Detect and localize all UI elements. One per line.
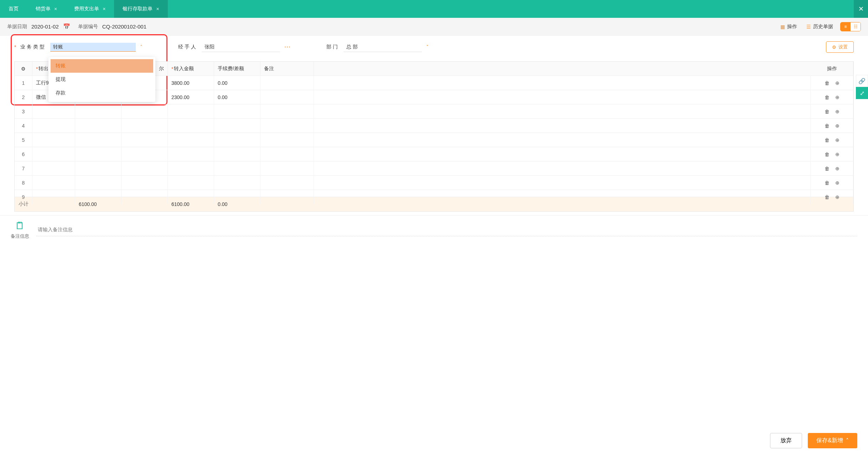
- cell-out-amt[interactable]: [75, 176, 122, 190]
- add-icon[interactable]: ⊕: [835, 123, 839, 129]
- cell-fee[interactable]: [214, 119, 260, 133]
- remarks-input[interactable]: [36, 223, 857, 236]
- table-row[interactable]: 6🗑⊕: [15, 147, 853, 161]
- cell-out-amt[interactable]: [75, 161, 122, 176]
- cell-in-amt[interactable]: [168, 133, 214, 147]
- biz-option-deposit[interactable]: 存款: [51, 86, 153, 100]
- cell-fee[interactable]: [214, 147, 260, 161]
- gear-column[interactable]: ⚙: [15, 62, 32, 76]
- delete-icon[interactable]: 🗑: [825, 123, 830, 129]
- add-icon[interactable]: ⊕: [835, 109, 839, 114]
- cell-in-acct[interactable]: [122, 104, 168, 119]
- tabs-close-all[interactable]: ✕: [854, 0, 868, 18]
- tab-bank[interactable]: 银行存取款单 ×: [114, 0, 167, 18]
- dept-value[interactable]: 总 部: [343, 42, 422, 52]
- cell-remark[interactable]: [260, 76, 314, 90]
- cell-out-acct[interactable]: [32, 147, 75, 161]
- cell-in-acct[interactable]: [122, 133, 168, 147]
- close-icon[interactable]: ×: [54, 6, 57, 12]
- biz-dropdown: 转账 提现 存款: [48, 57, 155, 102]
- delete-icon[interactable]: 🗑: [825, 137, 830, 143]
- cell-out-amt[interactable]: [75, 104, 122, 119]
- cell-out-acct[interactable]: [32, 176, 75, 190]
- cell-in-amt[interactable]: [168, 147, 214, 161]
- chevron-down-icon[interactable]: ˅: [426, 44, 429, 50]
- calendar-icon[interactable]: 📅: [63, 23, 70, 30]
- cell-in-acct[interactable]: [122, 176, 168, 190]
- cell-out-amt[interactable]: [75, 147, 122, 161]
- cell-fee[interactable]: [214, 133, 260, 147]
- biz-input[interactable]: [50, 43, 136, 52]
- row-index: 8: [15, 176, 32, 190]
- close-icon[interactable]: ×: [156, 6, 159, 12]
- delete-icon[interactable]: 🗑: [825, 109, 830, 114]
- delete-icon[interactable]: 🗑: [825, 151, 830, 157]
- cell-in-amt[interactable]: 2300.00: [168, 90, 214, 104]
- cell-fee[interactable]: 0.00: [214, 76, 260, 90]
- cell-out-acct[interactable]: [32, 119, 75, 133]
- cell-in-acct[interactable]: [122, 161, 168, 176]
- cell-remark[interactable]: [260, 176, 314, 190]
- table-row[interactable]: 5🗑⊕: [15, 133, 853, 147]
- cell-in-amt[interactable]: [168, 119, 214, 133]
- date-value[interactable]: 2020-01-02: [31, 24, 59, 30]
- cell-in-amt[interactable]: [168, 161, 214, 176]
- settings-button[interactable]: ⚙ 设置: [826, 41, 854, 53]
- add-icon[interactable]: ⊕: [835, 166, 839, 171]
- delete-icon[interactable]: 🗑: [825, 80, 830, 86]
- cell-out-acct[interactable]: [32, 161, 75, 176]
- delete-icon[interactable]: 🗑: [825, 94, 830, 100]
- cell-fee[interactable]: [214, 176, 260, 190]
- add-icon[interactable]: ⊕: [835, 137, 839, 143]
- view-toggle-card[interactable]: ☷: [851, 22, 861, 31]
- expand-icon[interactable]: ⤢: [856, 87, 868, 99]
- add-icon[interactable]: ⊕: [835, 94, 839, 100]
- delete-icon[interactable]: 🗑: [825, 166, 830, 171]
- cell-remark[interactable]: [260, 147, 314, 161]
- cell-in-acct[interactable]: [122, 147, 168, 161]
- cell-remark[interactable]: [260, 119, 314, 133]
- cell-fee[interactable]: [214, 161, 260, 176]
- cell-out-acct[interactable]: [32, 104, 75, 119]
- docno-value: CQ-20200102-001: [102, 24, 146, 30]
- cell-in-acct[interactable]: [122, 119, 168, 133]
- add-icon[interactable]: ⊕: [835, 180, 839, 186]
- col-remark: 备注: [260, 62, 314, 76]
- cell-out-acct[interactable]: [32, 133, 75, 147]
- cell-in-amt[interactable]: 3800.00: [168, 76, 214, 90]
- chevron-up-icon[interactable]: ˄: [140, 44, 143, 50]
- tab-sales[interactable]: 销货单 ×: [27, 0, 66, 18]
- close-icon[interactable]: ×: [103, 6, 105, 12]
- subtotal-in-amt: 6100.00: [168, 197, 214, 211]
- table-row[interactable]: 7🗑⊕: [15, 161, 853, 176]
- history-menu[interactable]: ☰ 历史单据: [806, 24, 833, 30]
- cell-in-amt[interactable]: [168, 104, 214, 119]
- table-row[interactable]: 3🗑⊕: [15, 104, 853, 119]
- add-icon[interactable]: ⊕: [835, 151, 839, 157]
- cell-out-amt[interactable]: [75, 133, 122, 147]
- table-row[interactable]: 8🗑⊕: [15, 176, 853, 190]
- table-row[interactable]: 9🗑⊕: [15, 190, 853, 197]
- tab-expense[interactable]: 费用支出单 ×: [66, 0, 114, 18]
- notepad-icon: 🗒: [11, 220, 29, 232]
- cell-fee[interactable]: [214, 104, 260, 119]
- view-toggle-list[interactable]: ≡: [841, 22, 851, 31]
- cell-fee[interactable]: 0.00: [214, 90, 260, 104]
- biz-option-transfer[interactable]: 转账: [51, 59, 153, 73]
- add-icon[interactable]: ⊕: [835, 80, 839, 86]
- cell-remark[interactable]: [260, 104, 314, 119]
- cell-out-amt[interactable]: [75, 119, 122, 133]
- cell-remark[interactable]: [260, 90, 314, 104]
- cell-in-amt[interactable]: [168, 176, 214, 190]
- cell-remark[interactable]: [260, 133, 314, 147]
- biz-option-withdraw[interactable]: 提现: [51, 73, 153, 86]
- remarks-section: 🗒 备注信息: [0, 215, 868, 244]
- delete-icon[interactable]: 🗑: [825, 180, 830, 186]
- link-icon[interactable]: 🔗: [856, 75, 868, 87]
- ellipsis-icon[interactable]: ···: [284, 44, 291, 50]
- table-row[interactable]: 4🗑⊕: [15, 119, 853, 133]
- cell-remark[interactable]: [260, 161, 314, 176]
- handler-value[interactable]: 张阳: [202, 42, 280, 52]
- action-menu[interactable]: ▦ 操作: [780, 24, 797, 30]
- tab-home[interactable]: 首页: [0, 0, 27, 18]
